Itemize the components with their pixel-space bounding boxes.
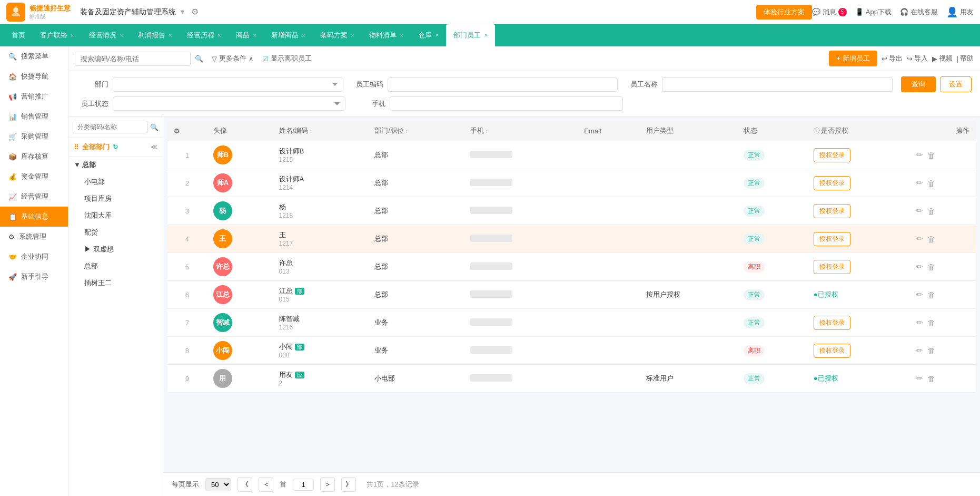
message-button[interactable]: 💬 消息 5 [812,7,847,17]
edit-icon[interactable]: ✏ [916,374,923,383]
show-resigned-toggle[interactable]: ☑ 显示离职员工 [262,54,312,63]
dept-refresh-icon[interactable]: ↻ [113,143,118,151]
col-phone[interactable]: 手机 [464,121,578,141]
dept-tree-item-project[interactable]: 项目库房 [68,190,163,207]
sidebar-item-sales[interactable]: 📊 销售管理 [0,106,68,127]
tab-close-profit[interactable]: × [169,32,172,39]
settings-icon[interactable]: ⚙ [191,7,199,17]
edit-icon[interactable]: ✏ [916,178,923,188]
edit-icon[interactable]: ✏ [916,150,923,160]
tab-close-add-goods[interactable]: × [302,32,305,39]
sidebar-item-basic[interactable]: 📋 基础信息 [0,207,68,227]
search-action-button[interactable]: 查询 [901,76,936,92]
checkbox-icon[interactable]: ☑ [262,55,269,63]
tab-operations[interactable]: 经营情况 × [82,24,131,46]
tab-warehouse[interactable]: 仓库 × [411,24,446,46]
tab-close-bom[interactable]: × [400,32,403,39]
dept-tree-item-chashuwang[interactable]: 插树王二 [68,275,163,291]
auth-button[interactable]: 授权登录 [814,344,850,358]
dept-tree-item-root[interactable]: ▼ 总部 [68,157,163,173]
sidebar-item-collab[interactable]: 🤝 企业协同 [0,247,68,267]
sidebar-item-search[interactable]: 🔍 搜索菜单 [0,46,68,66]
col-name[interactable]: 姓名/编码 [273,121,369,141]
dept-tree-item-peihuo[interactable]: 配货 [68,224,163,241]
sidebar-item-purchase[interactable]: 🛒 采购管理 [0,127,68,147]
auth-button[interactable]: 授权登录 [814,148,850,162]
sidebar-item-system[interactable]: ⚙ 系统管理 [0,227,68,247]
col-gear[interactable]: ⚙ [167,121,207,141]
edit-icon[interactable]: ✏ [916,262,923,271]
auth-button[interactable]: 授权登录 [814,232,850,246]
sidebar-item-marketing[interactable]: 📢 营销推广 [0,86,68,106]
auth-button[interactable]: 授权登录 [814,176,850,190]
delete-icon[interactable]: 🗑 [927,346,935,355]
sidebar-item-inventory[interactable]: 📦 库存核算 [0,147,68,167]
tab-history[interactable]: 经营历程 × [180,24,229,46]
tab-close-operations[interactable]: × [120,32,123,39]
edit-icon[interactable]: ✏ [916,346,923,355]
reset-button[interactable]: 设置 [940,76,972,92]
col-dept[interactable]: 部门/职位 [368,121,464,141]
search-icon-btn[interactable]: 🔍 [195,55,203,63]
page-size-select[interactable]: 50 [205,478,231,491]
tab-barcode[interactable]: 条码方案 × [313,24,362,46]
delete-icon[interactable]: 🗑 [927,374,935,383]
dept-tree-item-shenyang[interactable]: 沈阳大库 [68,207,163,224]
auth-button[interactable]: 授权登录 [814,316,850,330]
dept-search-input[interactable] [73,121,148,133]
tab-close-customer[interactable]: × [71,32,74,39]
tab-close-history[interactable]: × [217,32,221,39]
phone-input[interactable] [390,96,622,111]
tab-home[interactable]: 首页 [4,24,33,46]
more-filter-button[interactable]: ▽ 更多条件 ∧ [207,52,258,65]
dept-tree-item-xiaodian[interactable]: 小电部 [68,173,163,190]
gear-icon[interactable]: ⚙ [174,127,180,135]
sidebar-item-finance[interactable]: 💰 资金管理 [0,167,68,187]
auth-button[interactable]: 授权登录 [814,204,850,218]
page-number-input[interactable] [293,479,314,491]
tab-profit[interactable]: 利润报告 × [131,24,180,46]
delete-icon[interactable]: 🗑 [927,151,935,160]
dept-tree-item-zongbu[interactable]: 总部 [68,258,163,275]
export-button[interactable]: ↩ 导出 [882,54,903,63]
dept-select[interactable] [113,77,343,92]
delete-icon[interactable]: 🗑 [927,262,935,271]
emp-code-input[interactable] [388,77,618,92]
tab-customer[interactable]: 客户联络 × [33,24,82,46]
edit-icon[interactable]: ✏ [916,206,923,216]
tab-bom[interactable]: 物料清单 × [362,24,411,46]
dropdown-arrow-icon[interactable]: ▼ [179,8,186,16]
dept-search-icon[interactable]: 🔍 [150,123,159,131]
tab-goods[interactable]: 商品 × [229,24,264,46]
last-page-button[interactable]: 》 [341,477,356,492]
status-select[interactable] [113,96,345,111]
delete-icon[interactable]: 🗑 [927,318,935,327]
tab-close-warehouse[interactable]: × [435,32,439,39]
prev-page-button[interactable]: ＜ [259,477,273,492]
tab-close-barcode[interactable]: × [351,32,354,39]
help-button[interactable]: | 帮助 [957,54,974,63]
tab-close-employees[interactable]: × [484,32,488,39]
edit-icon[interactable]: ✏ [916,318,923,327]
add-employee-button[interactable]: + 新增员工 [829,51,877,66]
search-input[interactable] [75,52,191,66]
next-page-button[interactable]: ＞ [320,477,335,492]
edit-icon[interactable]: ✏ [916,234,923,244]
import-button[interactable]: ↪ 导入 [907,54,928,63]
tab-employees[interactable]: 部门员工 × [446,24,495,46]
sidebar-item-nav[interactable]: 🏠 快捷导航 [0,66,68,86]
first-page-button[interactable]: 《 [237,477,252,492]
view-button[interactable]: ▶ 视频 [932,54,953,63]
user-button[interactable]: 👤 用友 [946,6,974,18]
sidebar-item-mgmt[interactable]: 📈 经营管理 [0,187,68,207]
delete-icon[interactable]: 🗑 [927,235,935,244]
sidebar-item-guide[interactable]: 🚀 新手引导 [0,267,68,287]
dept-tree-item-shuangxu[interactable]: ▶ 双虚想 [68,241,163,258]
online-service-button[interactable]: 🎧 在线客服 [900,7,938,17]
tab-add-goods[interactable]: 新增商品 × [264,24,313,46]
delete-icon[interactable]: 🗑 [927,179,935,188]
edit-icon[interactable]: ✏ [916,290,923,299]
app-download-button[interactable]: 📱 App下载 [855,7,892,17]
auth-button[interactable]: 授权登录 [814,260,850,274]
tab-close-goods[interactable]: × [253,32,256,39]
